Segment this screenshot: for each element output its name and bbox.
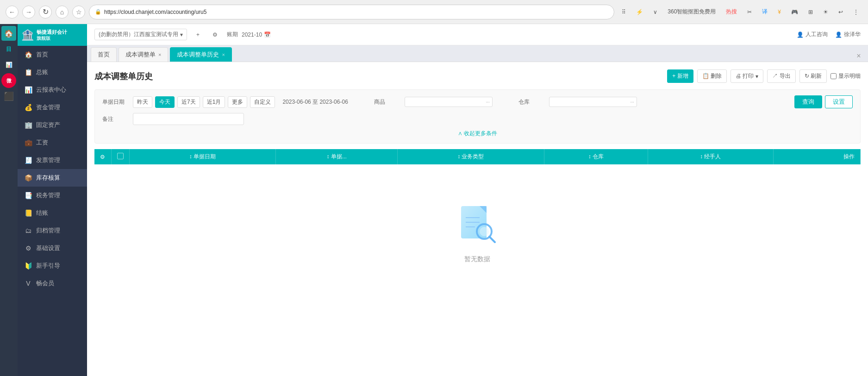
sidebar-item-9[interactable]: 📒结账 — [18, 204, 87, 222]
add-button[interactable]: + 新增 — [667, 69, 693, 83]
th-biztype[interactable]: ↕ 业务类型 — [397, 149, 544, 164]
icon-sidebar-extra[interactable]: ⬛ — [1, 89, 16, 104]
icon-sidebar-ledger[interactable]: 目 — [1, 42, 16, 56]
url-bar[interactable]: 🔒 https://cloud.chanjet.com/accounting/u… — [89, 5, 614, 19]
hot-search-btn[interactable]: 热搜 — [722, 6, 741, 18]
th-docno-label: ↕ 单据... — [326, 153, 346, 160]
icon-sidebar-weibo[interactable]: 微 — [1, 73, 16, 88]
sidebar-nav: 🏠首页📋总账📊云报表中心💰资金管理🏢固定资产💼工资🧾发票管理📦库存核算📑税务管理… — [18, 46, 87, 376]
undo-btn[interactable]: ↩ — [835, 7, 847, 17]
calendar-icon[interactable]: 📅 — [264, 31, 271, 38]
collapse-btn[interactable]: ∧ 收起更多条件 — [458, 130, 497, 138]
tab-cost-adjust-label: 成本调整单 — [125, 50, 156, 59]
th-checkbox[interactable] — [111, 149, 129, 164]
logo-line2: 旗舰版 — [37, 35, 67, 41]
display-toggle[interactable]: 显示明细 — [831, 72, 861, 80]
service-label: 人工咨询 — [806, 31, 828, 38]
th-handler[interactable]: ↕ 经手人 — [648, 149, 774, 164]
svg-point-6 — [480, 227, 489, 236]
sidebar-item-12[interactable]: 🔰新手引导 — [18, 257, 87, 275]
sidebar-item-6[interactable]: 🧾发票管理 — [18, 151, 87, 169]
display-toggle-checkbox[interactable] — [831, 73, 837, 79]
query-button[interactable]: 查询 — [794, 95, 822, 108]
page-title: 成本调整单历史 — [94, 71, 153, 82]
lightning-btn[interactable]: ⚡ — [632, 7, 647, 17]
coin-btn[interactable]: ¥ — [774, 7, 785, 17]
tab-cost-adjust-history-close[interactable]: × — [222, 52, 225, 57]
settings-btn[interactable]: ⚙ — [209, 30, 221, 39]
delete-button[interactable]: 📋 删除 — [697, 69, 727, 83]
back-button[interactable]: ← — [6, 6, 19, 19]
date-range-display: 2023-06-06 至 2023-06-06 — [282, 98, 348, 106]
sidebar-item-5[interactable]: 💼工资 — [18, 134, 87, 151]
remark-input[interactable] — [133, 113, 244, 125]
export-button[interactable]: ↗ 导出 — [767, 69, 795, 83]
sidebar-item-10[interactable]: 🗂归档管理 — [18, 222, 87, 239]
settings-button[interactable]: 设置 — [825, 95, 853, 108]
tab-home[interactable]: 首页 — [91, 47, 117, 62]
tabs-bar: 首页 成本调整单 × 成本调整单历史 × × — [87, 45, 868, 62]
sidebar-item-2[interactable]: 📊云报表中心 — [18, 81, 87, 99]
sidebar-item-0[interactable]: 🏠首页 — [18, 46, 87, 63]
star-button[interactable]: ☆ — [72, 6, 85, 19]
content-close-btn[interactable]: × — [853, 50, 864, 62]
extensions-btn[interactable]: ⠿ — [618, 7, 630, 17]
theme-btn[interactable]: ☀ — [819, 7, 832, 17]
scissors-btn[interactable]: ✂ — [743, 7, 756, 17]
product-input[interactable] — [405, 97, 493, 107]
icon-sidebar-reports[interactable]: 📊 — [1, 57, 16, 72]
icon-sidebar-home[interactable]: 🏠 — [1, 26, 16, 41]
sidebar-label-9: 结账 — [36, 209, 48, 217]
th-setting[interactable]: ⚙ — [94, 149, 111, 164]
period-display: 账期 2021-10 📅 — [227, 31, 271, 38]
tab-cost-adjust[interactable]: 成本调整单 × — [119, 47, 168, 62]
user-btn[interactable]: 👤 徐泽华 — [835, 31, 861, 38]
week7-btn[interactable]: 近7天 — [177, 96, 200, 108]
home-button[interactable]: ⌂ — [56, 6, 69, 19]
sidebar-item-1[interactable]: 📋总账 — [18, 63, 87, 81]
360-search-btn[interactable]: 360智能抠图免费用 — [664, 6, 719, 18]
sidebar-label-2: 云报表中心 — [36, 86, 66, 94]
more-btn[interactable]: 更多 — [228, 96, 247, 108]
sidebar-icon-3: 💰 — [24, 104, 32, 111]
game-btn[interactable]: 🎮 — [787, 7, 802, 17]
sidebar-item-8[interactable]: 📑税务管理 — [18, 187, 87, 204]
icon-sidebar: 🏠 目 📊 微 ⬛ — [0, 24, 18, 376]
today-btn[interactable]: 今天 — [155, 96, 175, 108]
company-selector[interactable]: (勿删勿禁用）江西服宝测试专用 ▾ — [94, 29, 187, 40]
empty-text: 暂无数据 — [464, 255, 490, 263]
tab-cost-adjust-history-label: 成本调整单历史 — [177, 50, 219, 59]
sidebar-icon-1: 📋 — [24, 69, 32, 76]
sidebar-label-10: 归档管理 — [36, 226, 60, 235]
add-doc-btn[interactable]: + — [193, 30, 203, 39]
forward-button[interactable]: → — [22, 6, 35, 19]
sidebar-item-4[interactable]: 🏢固定资产 — [18, 116, 87, 134]
warehouse-select-wrap — [549, 97, 637, 107]
sidebar-item-3[interactable]: 💰资金管理 — [18, 99, 87, 116]
date-filter-label: 单据日期 — [102, 98, 125, 106]
yesterday-btn[interactable]: 昨天 — [133, 96, 152, 108]
sidebar-item-13[interactable]: V畅会员 — [18, 275, 87, 292]
th-date[interactable]: ↕ 单据日期 — [129, 149, 276, 164]
custom-btn[interactable]: 自定义 — [250, 96, 275, 108]
th-warehouse[interactable]: ↕ 仓库 — [544, 149, 648, 164]
refresh-button[interactable]: ↻ — [39, 6, 52, 19]
tab-cost-adjust-close[interactable]: × — [158, 52, 161, 57]
more-menu-btn[interactable]: ⋮ — [849, 7, 862, 17]
translate-btn[interactable]: 译 — [758, 6, 771, 18]
th-biztype-label: ↕ 业务类型 — [457, 153, 484, 160]
service-btn[interactable]: 👤 人工咨询 — [797, 31, 828, 38]
th-docno[interactable]: ↕ 单据... — [276, 149, 398, 164]
expand-btn[interactable]: ∨ — [649, 7, 661, 17]
grid-btn[interactable]: ⊞ — [805, 7, 817, 17]
tab-cost-adjust-history[interactable]: 成本调整单历史 × — [170, 47, 231, 62]
add-btn-label: + 新增 — [672, 72, 688, 80]
warehouse-input[interactable] — [549, 97, 637, 107]
refresh-button[interactable]: ↻ 刷新 — [799, 69, 827, 83]
period-value: 2021-10 — [242, 31, 262, 38]
print-button[interactable]: 🖨 打印 ▾ — [731, 69, 763, 83]
month1-btn[interactable]: 近1月 — [203, 96, 225, 108]
sidebar-item-11[interactable]: ⚙基础设置 — [18, 239, 87, 257]
settings-icon: ⚙ — [212, 31, 218, 38]
sidebar-item-7[interactable]: 📦库存核算 — [18, 169, 87, 187]
